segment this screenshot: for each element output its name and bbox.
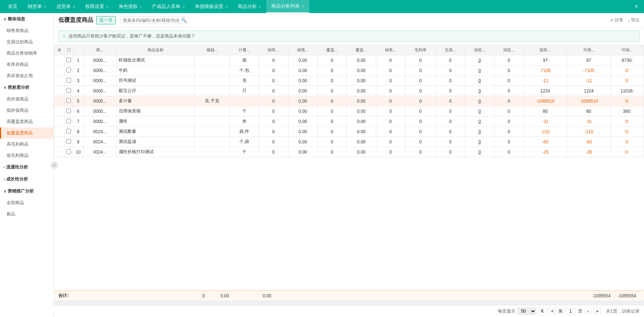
row-checkbox[interactable] [66, 108, 71, 113]
export-button[interactable]: ↓ 导出 [628, 17, 640, 23]
th-sales2[interactable]: 销售... [288, 45, 317, 55]
nav-item-home[interactable]: 首页 [3, 0, 23, 13]
sidebar-collapse-button[interactable]: « [51, 162, 58, 169]
sidebar-item-high-value[interactable]: 高价值商品 [0, 94, 54, 105]
sidebar-item-new-goods[interactable]: 新品 [0, 209, 54, 220]
th-sales1[interactable]: 销售... [259, 45, 288, 55]
prev-page-button[interactable]: < [549, 308, 556, 314]
th-stock3[interactable]: 可销... [610, 45, 644, 55]
td-name: 多计量 [117, 96, 195, 106]
nav-item-analysis-list[interactable]: 商品分析列表 × [266, 0, 309, 13]
row-checkbox[interactable] [66, 88, 71, 93]
nav-close-all-button[interactable]: × [632, 3, 641, 10]
nav-item-purchase[interactable]: 进货单 × [51, 0, 80, 13]
sidebar-item-sales-goods[interactable]: 销售类商品 [0, 25, 54, 36]
td-browse1[interactable]: 0 [465, 127, 494, 137]
td-checkbox[interactable] [64, 96, 73, 106]
row-checkbox[interactable] [66, 129, 71, 134]
th-sales3[interactable]: 销售... [376, 45, 405, 55]
sidebar-item-high-gross[interactable]: 高毛利商品 [0, 139, 54, 150]
sidebar-item-category-rate[interactable]: 商品分类动销率 [0, 48, 54, 59]
td-unit: 米 [229, 116, 259, 127]
search-input[interactable] [123, 18, 181, 23]
page-input[interactable] [565, 308, 576, 314]
th-cover1[interactable]: 覆盖... [317, 45, 346, 55]
nav-item-templates[interactable]: 单据模板设置 × [190, 0, 233, 13]
last-page-button[interactable]: » [593, 308, 601, 314]
td-checkbox[interactable] [64, 147, 73, 157]
row-checkbox[interactable] [66, 78, 71, 83]
td-browse1[interactable]: 0 [465, 76, 494, 86]
td-checkbox[interactable] [64, 76, 73, 86]
th-unit[interactable]: 计量... [229, 45, 259, 55]
table-wrapper[interactable]: ⚙ ☐ 商... 商品名称 规格... 计量... 销售... 销售... 覆盖… [54, 45, 644, 290]
td-browse1[interactable]: 0 [465, 86, 494, 96]
row-checkbox[interactable] [66, 139, 71, 144]
sidebar-section-growth[interactable]: › 成长性分析 [0, 173, 54, 185]
nav-close-sales[interactable]: × [44, 5, 46, 9]
sidebar-item-all-goods[interactable]: 全部商品 [0, 197, 54, 209]
th-code[interactable]: 商... [83, 45, 117, 55]
sidebar-section-liquidity[interactable]: › 流通性分析 [0, 161, 54, 173]
row-checkbox[interactable] [66, 119, 71, 123]
td-checkbox[interactable] [64, 55, 73, 66]
th-cover2[interactable]: 覆盖... [347, 45, 376, 55]
td-checkbox[interactable] [64, 127, 73, 137]
td-browse1[interactable]: 0 [465, 147, 494, 157]
nav-close-analysis-list[interactable]: × [302, 4, 304, 8]
sidebar-item-low-coverage[interactable]: 低覆盖度商品 [0, 127, 54, 139]
td-browse1[interactable]: 0 [465, 66, 494, 76]
nav-close-templates[interactable]: × [225, 5, 228, 9]
sidebar-item-traded-goods[interactable]: 交易过的商品 [0, 36, 54, 48]
th-name[interactable]: 商品名称 [117, 45, 195, 55]
th-stock1[interactable]: 现有... [523, 45, 567, 55]
row-checkbox[interactable] [66, 149, 71, 154]
sidebar-section-marketing[interactable]: ∨ 营销推广分析 [0, 185, 54, 197]
td-browse1[interactable]: 0 [465, 137, 494, 147]
th-gross[interactable]: 毛利率 [405, 45, 436, 55]
th-stock2[interactable]: 可用... [567, 45, 610, 55]
th-settings[interactable]: ⚙ [54, 45, 64, 55]
share-button[interactable]: ↗ 分享 [610, 17, 623, 23]
nav-close-purchase[interactable]: × [73, 5, 75, 9]
period-button[interactable]: 近一月 [96, 16, 116, 24]
sidebar-section-overall[interactable]: ∨ 整体信息 [0, 13, 54, 25]
nav-close-analysis[interactable]: × [259, 5, 261, 9]
sidebar-item-capital[interactable]: 库存资金占用 [0, 70, 54, 82]
row-checkbox[interactable] [66, 98, 71, 103]
nav-item-roles[interactable]: 角色授权 × [114, 0, 147, 13]
td-checkbox[interactable] [64, 137, 73, 147]
search-icon[interactable]: 🔍 [181, 17, 187, 23]
th-browse2[interactable]: 浏览... [494, 45, 523, 55]
td-checkbox[interactable] [64, 116, 73, 127]
td-browse1[interactable]: 0 [465, 106, 494, 116]
first-page-button[interactable]: K [538, 308, 546, 314]
th-spec[interactable]: 规格... [195, 45, 230, 55]
sidebar-item-low-value[interactable]: 低价值商品 [0, 105, 54, 116]
row-checkbox[interactable] [66, 68, 71, 72]
th-browse1[interactable]: 浏览... [465, 45, 494, 55]
sidebar-item-low-gross[interactable]: 低毛利商品 [0, 150, 54, 161]
td-browse1[interactable]: 0 [465, 55, 494, 66]
nav-item-sales[interactable]: 销货单 × [23, 0, 51, 13]
th-trade[interactable]: 交易... [436, 45, 465, 55]
nav-close-permissions[interactable]: × [106, 5, 109, 9]
th-checkbox[interactable]: ☐ [64, 45, 73, 55]
td-checkbox[interactable] [64, 66, 73, 76]
td-browse1[interactable]: 0 [465, 96, 494, 106]
row-checkbox[interactable] [66, 58, 71, 62]
td-browse1[interactable]: 0 [465, 116, 494, 127]
sidebar-section-coverage[interactable]: ∨ 类射度分析 [0, 82, 54, 94]
nav-item-permissions[interactable]: 权限设置 × [80, 0, 114, 13]
sidebar-item-high-coverage[interactable]: 高覆盖度商品 [0, 116, 54, 127]
nav-close-warehouse[interactable]: × [182, 5, 185, 9]
nav-item-analysis[interactable]: 商品分析 × [233, 0, 266, 13]
sidebar-item-stock-goods[interactable]: 有库存商品 [0, 59, 54, 70]
nav-close-roles[interactable]: × [140, 5, 142, 9]
nav-item-warehouse[interactable]: 产成品入库单 × [147, 0, 190, 13]
next-page-button[interactable]: › [585, 308, 591, 314]
td-checkbox[interactable] [64, 106, 73, 116]
page-size-select[interactable]: 50 100 200 [518, 308, 536, 315]
horizontal-scrollbar[interactable] [54, 301, 644, 305]
td-checkbox[interactable] [64, 86, 73, 96]
